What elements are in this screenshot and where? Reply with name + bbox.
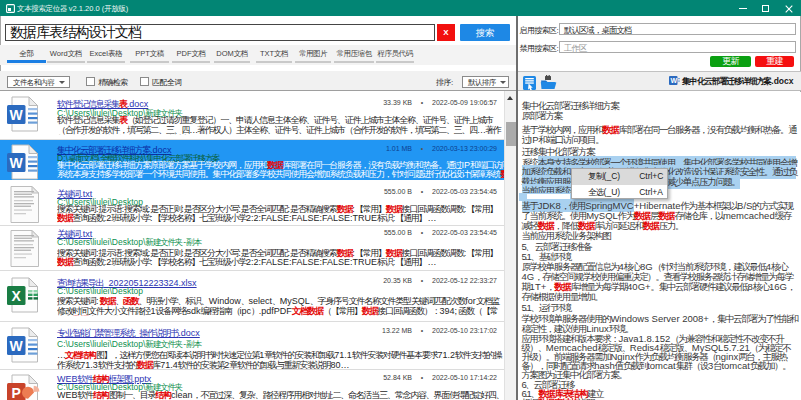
svg-text:W: W [10, 107, 24, 123]
svg-text:P: P [12, 385, 21, 400]
svg-text:W: W [10, 155, 24, 171]
svg-text:W: W [10, 338, 24, 354]
svg-text:X: X [12, 288, 22, 304]
